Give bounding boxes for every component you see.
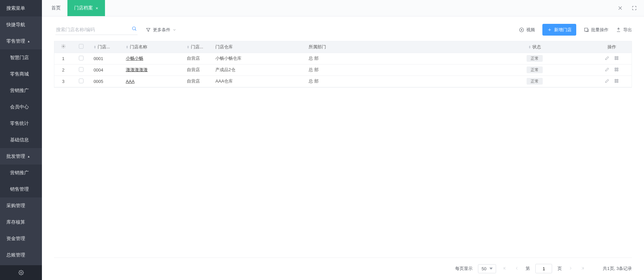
sidebar-item-ledger-mgmt[interactable]: 总账管理 [0, 247, 42, 263]
sidebar-item-marketing-promo[interactable]: 营销推广 [0, 82, 42, 99]
prev-page-button[interactable] [514, 266, 520, 271]
sidebar-sub-wholesale: 营销推广 销售管理 [0, 165, 42, 197]
sidebar-item-retail-mgmt[interactable]: 零售管理 [0, 33, 42, 49]
bulk-ops-label: 批量操作 [591, 27, 608, 33]
edit-row-button[interactable] [605, 79, 609, 84]
checkbox-all[interactable] [79, 44, 84, 49]
svg-rect-15 [615, 70, 616, 71]
last-page-button[interactable] [579, 266, 586, 271]
chevron-down-icon [172, 28, 176, 32]
store-name-link[interactable]: AAA [126, 79, 135, 84]
sidebar-item-smart-store[interactable]: 智慧门店 [0, 49, 42, 66]
svg-rect-18 [617, 79, 618, 81]
sidebar: 搜索菜单 快捷导航 零售管理 智慧门店 零售商城 营销推广 会员中心 零售统计 … [0, 0, 42, 280]
sidebar-item-quick-nav[interactable]: 快捷导航 [0, 16, 42, 33]
video-button[interactable]: 视频 [519, 27, 535, 33]
edit-row-button[interactable] [605, 67, 609, 73]
row-name: AAA [122, 76, 183, 87]
more-filter-label: 更多条件 [153, 27, 170, 33]
status-badge: 正常 [527, 66, 543, 73]
name-col-header[interactable]: ▲▼门店名称 [122, 41, 183, 53]
settings-col-header[interactable] [54, 41, 72, 53]
tab-store-archive[interactable]: 门店档案 × [67, 0, 105, 16]
row-code: 0001 [90, 53, 122, 64]
more-row-button[interactable] [614, 79, 619, 84]
sidebar-item-purchase-mgmt[interactable]: 采购管理 [0, 197, 42, 214]
search-icon [131, 26, 137, 31]
tab-home[interactable]: 首页 [45, 0, 67, 16]
svg-rect-17 [615, 79, 616, 81]
row-type: 自营店 [183, 64, 212, 76]
svg-line-4 [135, 30, 136, 31]
page-suffix: 页 [557, 266, 562, 272]
svg-rect-12 [617, 58, 618, 60]
svg-rect-20 [617, 81, 618, 83]
tabs-bar: 首页 门店档案 × [42, 0, 644, 16]
checkbox-col-header[interactable] [72, 41, 90, 53]
store-table: ▲▼门店... ▲▼门店名称 ▲▼门店... 门店仓库 所属部门 ▲▼状态 操作… [54, 41, 632, 87]
page-input[interactable] [535, 264, 552, 273]
add-store-label: 新增门店 [554, 27, 572, 33]
toolbar-right: 视频 ＋ 新增门店 批量操作 导出 [519, 24, 632, 36]
table-row[interactable]: 2 0004 澈澈澈澈澈 自营店 产成品2仓 总 部 正常 [54, 64, 632, 76]
row-checkbox[interactable] [79, 56, 84, 60]
filter-icon [146, 27, 151, 33]
add-store-button[interactable]: ＋ 新增门店 [542, 24, 576, 36]
sidebar-item-sales-mgmt[interactable]: 销售管理 [0, 181, 42, 197]
sidebar-item-wholesale-mgmt[interactable]: 批发管理 [0, 148, 42, 165]
export-button[interactable]: 导出 [616, 27, 632, 33]
tab-close-icon[interactable]: × [96, 6, 98, 11]
row-code: 0004 [90, 64, 122, 76]
row-checkbox-cell [72, 64, 90, 76]
sidebar-item-inventory[interactable]: 库存核算 [0, 214, 42, 230]
sidebar-sub-retail: 智慧门店 零售商城 营销推广 会员中心 零售统计 基础信息 [0, 49, 42, 148]
row-index: 1 [54, 53, 72, 64]
more-row-button[interactable] [614, 56, 619, 61]
code-col-header[interactable]: ▲▼门店... [90, 41, 122, 53]
store-name-link[interactable]: 澈澈澈澈澈 [126, 67, 148, 72]
sidebar-item-basic-info[interactable]: 基础信息 [0, 132, 42, 148]
sidebar-item-retail-stats[interactable]: 零售统计 [0, 115, 42, 132]
svg-point-3 [132, 27, 136, 30]
row-type: 自营店 [183, 76, 212, 87]
last-icon [581, 266, 585, 270]
warehouse-col-header: 门店仓库 [212, 41, 305, 53]
next-page-button[interactable] [567, 266, 574, 271]
close-all-button[interactable] [615, 3, 625, 13]
sidebar-item-retail-mall[interactable]: 零售商城 [0, 66, 42, 82]
row-checkbox[interactable] [79, 79, 84, 83]
row-dept: 总 部 [305, 53, 477, 64]
row-checkbox[interactable] [79, 67, 84, 72]
more-row-button[interactable] [614, 67, 619, 73]
first-icon [503, 266, 507, 270]
row-code: 0005 [90, 76, 122, 87]
tab-label: 门店档案 [74, 5, 93, 11]
page-prefix: 第 [526, 266, 530, 272]
edit-row-button[interactable] [605, 56, 609, 61]
status-col-header[interactable]: ▲▼状态 [477, 41, 592, 53]
sidebar-item-search-menu[interactable]: 搜索菜单 [0, 0, 42, 16]
sort-icon: ▲▼ [528, 45, 531, 49]
table-row[interactable]: 3 0005 AAA 自营店 AAA仓库 总 部 正常 [54, 76, 632, 87]
type-col-header[interactable]: ▲▼门店... [183, 41, 212, 53]
table-row[interactable]: 1 0001 小畅小畅 自营店 小畅小畅仓库 总 部 正常 [54, 53, 632, 64]
sidebar-item-member-center[interactable]: 会员中心 [0, 99, 42, 115]
main-area: 首页 门店档案 × [42, 0, 644, 280]
first-page-button[interactable] [501, 266, 508, 271]
grid-icon [614, 67, 619, 72]
search-button[interactable] [131, 26, 137, 32]
row-warehouse: 产成品2仓 [212, 64, 305, 76]
status-badge: 正常 [527, 78, 543, 85]
bulk-ops-button[interactable]: 批量操作 [584, 27, 608, 33]
row-dept: 总 部 [305, 76, 477, 87]
search-input[interactable] [55, 25, 138, 35]
sidebar-item-fund-mgmt[interactable]: 资金管理 [0, 230, 42, 247]
sidebar-item-wholesale-promo[interactable]: 营销推广 [0, 165, 42, 181]
edit-icon [605, 67, 609, 72]
sidebar-settings-button[interactable] [0, 265, 42, 280]
store-name-link[interactable]: 小畅小畅 [126, 56, 143, 61]
fullscreen-button[interactable] [629, 3, 639, 13]
per-page-select[interactable]: 50 [478, 264, 496, 273]
tabs-actions [615, 0, 644, 16]
more-filter-button[interactable]: 更多条件 [146, 27, 176, 33]
